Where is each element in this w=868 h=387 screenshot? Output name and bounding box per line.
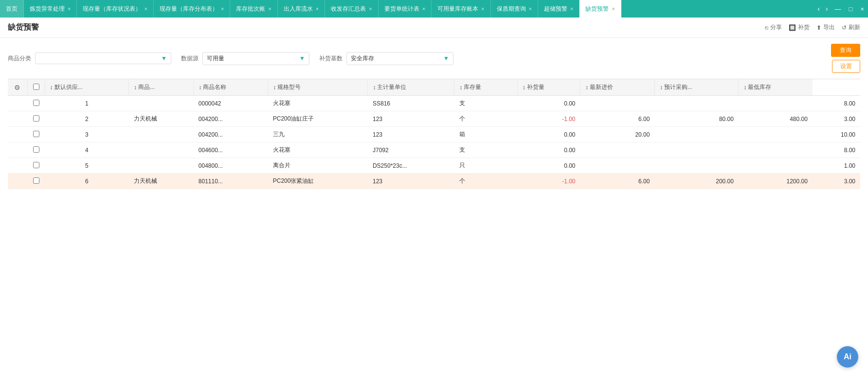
- tab-inventory-status[interactable]: 现存量（库存状况表） ×: [77, 0, 153, 18]
- tab-home[interactable]: 首页: [0, 0, 24, 18]
- th-product-code[interactable]: ↕ 商品...: [129, 79, 194, 96]
- td-latest-price-0: [654, 96, 739, 111]
- th-default-supplier[interactable]: ↕ 默认供应...: [45, 79, 129, 96]
- row-checkbox-4[interactable]: [33, 162, 39, 168]
- tab-exception-close[interactable]: ×: [68, 6, 71, 12]
- window-close-btn[interactable]: ×: [856, 0, 868, 18]
- table-header-row: ⚙ ↕ 默认供应... ↕ 商品...: [8, 79, 860, 96]
- datasource-dropdown-icon: ▼: [299, 55, 305, 62]
- td-gear-2: [8, 127, 27, 142]
- filter-area: 商品分类 ▼ 数据源 可用量 ▼ 补货基数 安全库存 ▼ 查询 设置: [0, 38, 868, 79]
- td-checkbox-4[interactable]: [27, 158, 45, 174]
- row-checkbox-2[interactable]: [33, 131, 39, 137]
- td-spec-4: DS250*23c...: [368, 158, 454, 174]
- tab-prev-btn[interactable]: ‹: [814, 0, 823, 18]
- td-checkbox-5[interactable]: [27, 174, 45, 189]
- ai-assistant-btn[interactable]: Ai: [837, 346, 858, 368]
- th-product-code-sort: ↕ 商品...: [134, 83, 155, 91]
- replenish-btn[interactable]: 🔲 补货: [789, 23, 810, 32]
- page-title: 缺货预警: [8, 22, 39, 33]
- settings-button[interactable]: 设置: [832, 60, 860, 73]
- td-checkbox-0[interactable]: [27, 96, 45, 111]
- export-btn[interactable]: ⬆ 导出: [816, 23, 835, 32]
- tab-available-ledger-label: 可用量库存账本: [437, 5, 478, 13]
- th-min-stock[interactable]: ↕ 最低库存: [739, 79, 813, 96]
- th-product-name[interactable]: ↕ 商品名称: [194, 79, 268, 96]
- tab-shortage-warning-close[interactable]: ×: [612, 6, 615, 12]
- th-latest-price[interactable]: ↕ 最新进价: [580, 79, 655, 96]
- select-all-checkbox[interactable]: [33, 84, 39, 90]
- export-label: 导出: [823, 23, 835, 32]
- tab-overstock-warning-label: 超储预警: [544, 5, 567, 13]
- th-checkbox[interactable]: [27, 79, 45, 96]
- td-checkbox-2[interactable]: [27, 127, 45, 142]
- table-row: 4 004600... 火花塞 J7092 支 0.00 8.00: [8, 142, 860, 158]
- window-maximize-btn[interactable]: □: [845, 0, 857, 18]
- td-stock-qty-4: 0.00: [517, 158, 580, 174]
- td-unit-4: 只: [454, 158, 517, 174]
- th-unit[interactable]: ↕ 主计量单位: [368, 79, 454, 96]
- tab-next-btn[interactable]: ›: [823, 0, 831, 18]
- td-checkbox-3[interactable]: [27, 142, 45, 158]
- refresh-btn[interactable]: ↺ 刷新: [842, 23, 860, 32]
- tab-inventory-dist[interactable]: 现存量（库存分布表） ×: [154, 0, 230, 18]
- th-default-supplier-sort: ↕ 默认供应...: [50, 83, 83, 91]
- tab-batch-account[interactable]: 库存批次账 ×: [230, 0, 277, 18]
- category-select[interactable]: ▼: [35, 53, 171, 64]
- th-spec-sort: ↕ 规格型号: [273, 83, 301, 91]
- td-gear-3: [8, 142, 27, 158]
- window-minimize-btn[interactable]: —: [831, 0, 845, 18]
- tab-available-ledger-close[interactable]: ×: [481, 6, 484, 12]
- tab-receive-summary[interactable]: 收发存汇总表 ×: [325, 0, 378, 18]
- datasource-select[interactable]: 可用量 ▼: [202, 52, 309, 65]
- tab-expiry-query[interactable]: 保质期查询 ×: [491, 0, 538, 18]
- query-button[interactable]: 查询: [831, 44, 860, 57]
- tab-receive-summary-close[interactable]: ×: [369, 6, 372, 12]
- tab-inventory-status-close[interactable]: ×: [144, 6, 147, 12]
- tab-batch-account-close[interactable]: ×: [268, 6, 271, 12]
- td-spec-1: 123: [368, 111, 454, 127]
- th-estimated-purchase[interactable]: ↕ 预计采购...: [654, 79, 739, 96]
- td-estimated-purchase-0: [739, 96, 813, 111]
- replenish-basis-select[interactable]: 安全库存 ▼: [346, 52, 453, 65]
- export-icon: ⬆: [816, 24, 821, 31]
- tab-overstock-warning[interactable]: 超储预警 ×: [538, 0, 579, 18]
- td-gear-5: [8, 174, 27, 189]
- tab-inout-flow[interactable]: 出入库流水 ×: [278, 0, 325, 18]
- tab-demand-stat[interactable]: 要货单统计表 ×: [379, 0, 432, 18]
- th-estimated-purchase-sort: ↕ 预计采购...: [660, 83, 692, 91]
- refresh-icon: ↺: [842, 24, 847, 31]
- table-row: 2 力天机械 004200... PC200油缸庄子 123 个 -1.00 6…: [8, 111, 860, 127]
- table-container: ⚙ ↕ 默认供应... ↕ 商品...: [0, 79, 868, 189]
- tab-overstock-warning-close[interactable]: ×: [570, 6, 573, 12]
- td-latest-price-2: [654, 127, 739, 142]
- th-stock-qty[interactable]: ↕ 库存量: [454, 79, 517, 96]
- td-min-stock-3: 8.00: [813, 142, 860, 158]
- replenish-basis-value: 安全库存: [351, 54, 374, 63]
- row-checkbox-0[interactable]: [33, 100, 39, 106]
- tab-inventory-dist-close[interactable]: ×: [221, 6, 224, 12]
- tab-demand-stat-close[interactable]: ×: [422, 6, 425, 12]
- tab-available-ledger[interactable]: 可用量库存账本 ×: [432, 0, 490, 18]
- td-supplier-5: 力天机械: [129, 174, 194, 189]
- th-replenish-qty[interactable]: ↕ 补货量: [517, 79, 580, 96]
- tab-shortage-warning[interactable]: 缺货预警 ×: [579, 0, 621, 18]
- td-rownum-1: 2: [45, 111, 129, 127]
- tab-expiry-query-close[interactable]: ×: [529, 6, 532, 12]
- td-latest-price-3: [654, 142, 739, 158]
- row-checkbox-3[interactable]: [33, 146, 39, 153]
- tab-inout-flow-close[interactable]: ×: [316, 6, 319, 12]
- tab-exception[interactable]: 炼货异常处理 ×: [24, 0, 77, 18]
- td-checkbox-1[interactable]: [27, 111, 45, 127]
- td-supplier-2: [129, 127, 194, 142]
- th-gear[interactable]: ⚙: [8, 79, 27, 96]
- row-checkbox-5[interactable]: [33, 177, 39, 184]
- share-btn[interactable]: ⎋ 分享: [765, 23, 782, 32]
- td-product-code-4: 004800...: [194, 158, 268, 174]
- row-checkbox-1[interactable]: [33, 115, 39, 122]
- td-rownum-0: 1: [45, 96, 129, 111]
- th-spec[interactable]: ↕ 规格型号: [268, 79, 368, 96]
- datasource-filter-label: 数据源: [181, 54, 199, 63]
- category-filter-label: 商品分类: [8, 54, 31, 63]
- td-replenish-qty-0: [580, 96, 655, 111]
